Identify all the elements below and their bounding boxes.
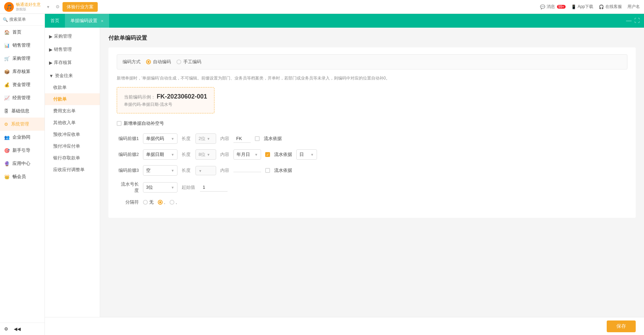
serial-length-row: 流水号长度 3位 ▼ 起始值 1 <box>117 181 627 194</box>
settings-icon[interactable]: ⚙ <box>56 4 60 9</box>
download-button[interactable]: 📱 App下载 <box>571 4 593 10</box>
service-button[interactable]: 🎧 在线客服 <box>599 4 622 10</box>
logo-text: 畅通道好生意 旗舰版 <box>16 2 41 11</box>
sidebar-item-management[interactable]: 📈 经营管理 <box>0 91 45 104</box>
serial-length-label: 流水号长度 <box>117 181 139 194</box>
user-name[interactable]: 用户名 <box>627 4 640 10</box>
sep-none-radio[interactable] <box>143 200 148 205</box>
auto-fill-checkbox[interactable] <box>117 121 122 126</box>
tab-home[interactable]: 首页 <box>45 14 65 28</box>
sep-none-option[interactable]: 无 <box>143 199 154 205</box>
prefix3-select[interactable]: 空 ▼ <box>143 165 177 176</box>
enterprise-icon: 👥 <box>4 135 10 140</box>
search-menu[interactable]: 🔍 搜索菜单 <box>0 14 45 26</box>
prefix2-select[interactable]: 单据日期 ▼ <box>143 149 177 160</box>
code-example-sub: 单据代码-单据日期-流水号 <box>124 102 207 108</box>
prefix2-content-label: 内容 <box>220 151 229 158</box>
settings-bottom-icon[interactable]: ⚙ <box>4 326 8 332</box>
code-example-box: 当前编码示例： FK-20230602-001 单据代码-单据日期-流水号 <box>117 87 214 113</box>
sub-item-pre-receipt[interactable]: 预收冲应收单 <box>45 129 100 140</box>
sidebar-item-home[interactable]: 🏠 首页 <box>0 26 45 39</box>
start-value-label: 起始值 <box>182 184 195 190</box>
prefix1-select[interactable]: 单据代码 ▼ <box>143 133 177 144</box>
sidebar-item-finance[interactable]: 💰 资金管理 <box>0 78 45 91</box>
prefix1-serial-checkbox[interactable] <box>255 136 260 141</box>
sidebar-item-guide[interactable]: 🎯 新手引导 <box>0 144 45 157</box>
collapse-icon[interactable]: ◀◀ <box>14 326 21 332</box>
logo-area: 🎵 畅通道好生意 旗舰版 <box>4 2 41 12</box>
prefix3-row: 编码前缀3 空 ▼ 长度 ▼ 内容 流水依据 <box>117 165 627 176</box>
sub-item-payment[interactable]: 付款单 <box>45 93 100 105</box>
sidebar-item-purchase[interactable]: 🛒 采购管理 <box>0 52 45 65</box>
prefix2-content-select[interactable]: 年月日 ▼ <box>233 149 261 160</box>
sales-icon: 📊 <box>4 43 10 48</box>
save-button[interactable]: 保存 <box>607 320 636 332</box>
serial-length-select[interactable]: 3位 ▼ <box>143 182 177 193</box>
sidebar-item-enterprise[interactable]: 👥 企业协同 <box>0 131 45 144</box>
sidebar-bottom: ⚙ ◀◀ <box>0 323 45 335</box>
sub-item-other-income[interactable]: 其他收入单 <box>45 117 100 129</box>
chevron-right-icon: ▶ <box>49 34 52 39</box>
logo-icon: 🎵 <box>4 2 14 12</box>
header-dropdown[interactable]: ▼ <box>44 5 53 9</box>
auto-radio[interactable] <box>146 59 151 64</box>
encoding-mode-row: 编码方式 自动编码 手工编码 <box>117 54 627 69</box>
sub-item-receipt[interactable]: 收款单 <box>45 82 100 93</box>
manual-radio-label[interactable]: 手工编码 <box>176 59 201 65</box>
sub-item-bank[interactable]: 银行存取款单 <box>45 152 100 164</box>
start-value-input[interactable]: 1 <box>200 183 228 192</box>
member-icon: 👑 <box>4 174 10 179</box>
sub-group-purchase-header[interactable]: ▶ 采购管理 <box>45 30 100 42</box>
home-icon: 🏠 <box>4 30 10 35</box>
prefix2-serial-label: 流水依据 <box>274 151 292 158</box>
tab-expand-icon[interactable]: ⛶ <box>634 18 640 24</box>
separator-label: 分隔符 <box>117 199 139 205</box>
prefix2-chevron-icon: ▼ <box>171 153 174 157</box>
sub-item-adjust[interactable]: 应收应付调整单 <box>45 164 100 176</box>
main-content: 付款单编码设置 编码方式 自动编码 手工编码 <box>100 28 644 317</box>
sub-item-pre-pay[interactable]: 预付冲应付单 <box>45 140 100 152</box>
sep-dot-option[interactable]: . <box>158 200 165 205</box>
sidebar-item-member[interactable]: 👑 畅会员 <box>0 170 45 183</box>
sidebar-item-apps[interactable]: 🔮 应用中心 <box>0 157 45 170</box>
sidebar-item-sales[interactable]: 📊 销售管理 <box>0 39 45 52</box>
content-wrapper: 首页 单据编码设置 × — ⛶ ▶ 采购管理 <box>45 14 644 335</box>
prefix2-period-select[interactable]: 日 ▼ <box>296 149 317 160</box>
prefix2-content-chevron-icon: ▼ <box>254 153 258 157</box>
code-example-label: 当前编码示例： FK-20230602-001 <box>124 93 207 100</box>
prefix2-serial-checkbox[interactable] <box>265 152 270 157</box>
prefix3-serial-checkbox[interactable] <box>265 168 270 173</box>
tab-close-icon[interactable]: × <box>101 18 104 24</box>
tab-encoding[interactable]: 单据编码设置 × <box>65 14 109 28</box>
sub-item-expense[interactable]: 费用支出单 <box>45 105 100 117</box>
tab-minimize-icon[interactable]: — <box>626 18 632 24</box>
auto-radio-label[interactable]: 自动编码 <box>146 59 171 65</box>
auto-fill-row: 新增单据自动补空号 <box>117 120 627 127</box>
prefix1-chevron-icon: ▼ <box>171 137 174 141</box>
sep-dot-radio[interactable] <box>158 200 163 205</box>
prefix1-content-label: 内容 <box>220 136 229 142</box>
sep-other-radio[interactable] <box>170 200 174 205</box>
sidebar-item-base[interactable]: 🗄 基础信息 <box>0 104 45 118</box>
inventory-icon: 📦 <box>4 69 10 74</box>
auto-fill-label: 新增单据自动补空号 <box>124 120 164 127</box>
prefix1-length-input: 2位 ▼ <box>195 133 216 144</box>
info-text: 新增单据时，'单据编码'自动生成，不可编辑。前缀设置为部门、业务员等档案类，开单… <box>117 75 627 82</box>
sep-other-option[interactable]: . <box>170 200 177 205</box>
sidebar-item-inventory[interactable]: 📦 库存核算 <box>0 65 45 78</box>
page-title: 付款单编码设置 <box>108 35 636 42</box>
tab-bar-actions: — ⛶ <box>626 18 644 24</box>
sidebar-item-system[interactable]: ⚙ 系统管理 <box>0 118 45 131</box>
sub-group-inventory-header[interactable]: ▶ 库存核算 <box>45 57 100 68</box>
prefix3-label: 编码前缀3 <box>117 167 139 174</box>
header-left: 🎵 畅通道好生意 旗舰版 ▼ ⚙ 体验行业方案 <box>4 2 98 12</box>
sub-group-capital-header[interactable]: ▼ 资金往来 <box>45 70 100 82</box>
save-bar: 保存 <box>45 317 644 335</box>
prefix3-content-label: 内容 <box>220 167 229 174</box>
experience-button[interactable]: 体验行业方案 <box>63 2 98 12</box>
message-badge: 99+ <box>557 5 566 9</box>
sub-group-sales-header[interactable]: ▶ 销售管理 <box>45 44 100 55</box>
top-header: 🎵 畅通道好生意 旗舰版 ▼ ⚙ 体验行业方案 💬 消息 99+ 📱 App下载… <box>0 0 644 14</box>
message-button[interactable]: 💬 消息 99+ <box>540 4 566 10</box>
manual-radio[interactable] <box>176 59 181 64</box>
